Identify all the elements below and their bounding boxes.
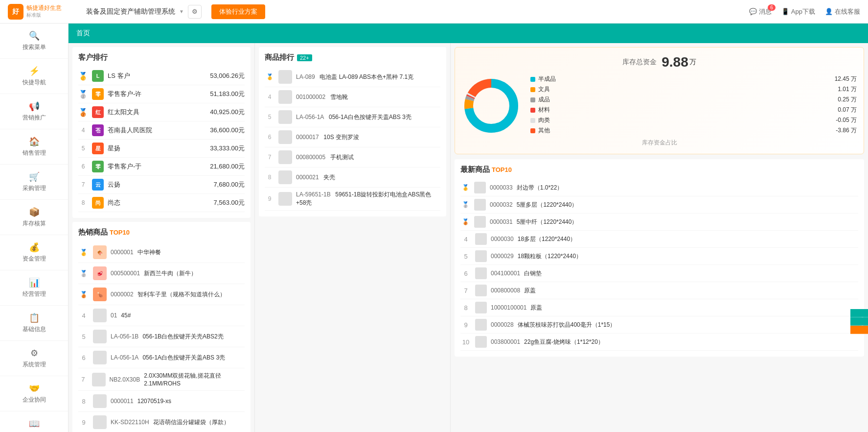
dropdown-arrow-icon[interactable]: ▼ <box>179 9 184 14</box>
chart-container: 半成品 12.45 万 文具 1.01 万 成品 0.25 万 <box>462 75 857 137</box>
logo-area: 好 畅捷通好生意 标准版 <box>8 4 76 20</box>
new-prod-img <box>474 199 486 211</box>
prod-item: 6 0000017 10S 变刑罗浚 <box>265 127 440 147</box>
customer-rank-title: 客户排行 <box>78 53 108 61</box>
sidebar-item-marketing[interactable]: 📢 营销推广 <box>0 94 68 129</box>
float-btn-live[interactable]: 直播 <box>850 326 868 334</box>
prod-img <box>92 373 106 386</box>
prod-rank: 9 <box>265 195 274 202</box>
legend-item: 半成品 12.45 万 <box>530 75 857 83</box>
mid-panel: 商品排行 22+ 🥇 LA-089 电池盖 LA-089 ABS本色+黑种 7.… <box>254 43 450 432</box>
sidebar-item-marketing-label: 营销推广 <box>23 114 46 122</box>
sidebar-item-system[interactable]: ⚙ 系统管理 <box>0 341 68 376</box>
prod-name: 2.0X30MM双搓花轴,搓花直径2.1MM/ROHS <box>144 372 245 387</box>
logo-text: 畅捷通好生意 <box>26 4 62 12</box>
new-prod-name: 18多层（1220*2440） <box>518 235 576 243</box>
new-prod-name: 22g鱼豆腐-烧烤味（1*12*20） <box>524 338 604 346</box>
prod-img <box>278 130 292 144</box>
float-btn-service[interactable]: 客服热线 <box>850 309 868 317</box>
sidebar-item-finance[interactable]: 💰 资金管理 <box>0 235 68 270</box>
sidebar-item-operations[interactable]: 📊 经营管理 <box>0 270 68 306</box>
prod-img <box>278 90 292 104</box>
sidebar-item-inventory[interactable]: 📦 库存核算 <box>0 200 68 235</box>
hot-prod-item: 7 NB2.0X30B 2.0X30MM双搓花轴,搓花直径2.1MM/ROHS <box>78 368 245 391</box>
customer-amount: 7,680.00元 <box>213 180 245 189</box>
sidebar-item-basics[interactable]: 📋 基础信息 <box>0 306 68 341</box>
sidebar-item-sales-label: 销售管理 <box>23 149 46 157</box>
new-prod-info: 000800008 原盖 <box>491 287 858 295</box>
new-prod-img <box>475 319 487 331</box>
rank-item: 🥇 L LS 客户 53,006.26元 <box>78 67 245 85</box>
inventory-subtitle: 库存资金占比 <box>462 139 857 147</box>
content-area: 客户排行 🥇 L LS 客户 53,006.26元 🥈 零 零售客户-许 51,… <box>69 43 868 432</box>
legend-dot <box>530 108 535 113</box>
main-content: 首页 客户排行 🥇 L LS 客户 53,006.26元 🥈 <box>69 24 868 432</box>
inventory-amount: 9.88 <box>662 54 688 70</box>
basics-icon: 📋 <box>29 312 40 323</box>
trial-button[interactable]: 体验行业方案 <box>211 4 265 19</box>
prod-info: 0000017 10S 变刑罗浚 <box>296 133 440 142</box>
product-rank-badge: 22+ <box>297 54 312 61</box>
legend-item: 文具 1.01 万 <box>530 85 857 94</box>
new-prod-info: 004100001 白钢垫 <box>491 269 858 278</box>
hot-prod-item: 🥇 🍖 0000001 中华神餐 <box>78 242 245 263</box>
legend-dot <box>530 77 535 82</box>
prod-item: 9 LA-59651-1B 59651-1B旋转投影灯电池盒ABS黑色+58壳 <box>265 188 440 211</box>
gear-button[interactable]: ⚙ <box>188 5 202 19</box>
new-prod-info: 003800001 22g鱼豆腐-烧烤味（1*12*20） <box>491 338 858 346</box>
hot-products-title: 热销商品 <box>78 228 108 237</box>
prod-code: LA-056-1A <box>111 354 138 361</box>
message-icon[interactable]: 💬 消息 6 <box>749 7 772 16</box>
prod-code: 0000001 <box>111 249 134 256</box>
inventory-card: 库存总资金 9.88 万 <box>455 47 864 154</box>
sidebar-item-search[interactable]: 🔍 搜索菜单 <box>0 24 68 59</box>
prod-rank: 7 <box>265 154 274 161</box>
sidebar-item-system-label: 系统管理 <box>23 360 46 369</box>
new-prod-item: 🥈 0000032 5厘多层（1220*2440） <box>460 196 858 214</box>
page-tab-label: 首页 <box>76 29 90 38</box>
new-prod-info: 0000028 体械茨枝味苏打饮品400毫升（1*15） <box>491 321 858 329</box>
rank-item: 6 零 零售客户-于 21,680.00元 <box>78 158 245 176</box>
prod-code: 01 <box>111 312 117 319</box>
new-prod-img <box>475 250 487 262</box>
sidebar-item-collab[interactable]: 🤝 企业协同 <box>0 376 68 411</box>
online-service-icon[interactable]: 👤 在线客服 <box>825 7 860 16</box>
marketing-icon: 📢 <box>29 101 40 112</box>
sidebar-item-guide[interactable]: 📖 新手引导 <box>0 411 68 432</box>
prod-name: 45# <box>121 312 131 319</box>
prod-name: 智利车子里（规格不知道填什么） <box>137 290 226 299</box>
customer-amount: 40,925.00元 <box>210 108 245 117</box>
sidebar-item-quicknav[interactable]: ⚡ 快捷导航 <box>0 59 68 94</box>
prod-code: 000500001 <box>111 270 140 277</box>
new-prod-name: 封边带（1.0*22） <box>517 184 563 192</box>
rank-item: 🥉 红 红太阳文具 40,925.00元 <box>78 103 245 121</box>
prod-img: 🥩 <box>93 266 107 280</box>
prod-name: 056-1B白色按键开关壳ABS2壳 <box>142 333 223 341</box>
new-prod-item: 4 0000030 18多层（1220*2440） <box>460 231 858 248</box>
chart-legend: 半成品 12.45 万 文具 1.01 万 成品 0.25 万 <box>530 75 857 137</box>
customer-avatar: 星 <box>92 143 104 154</box>
topbar-right: 💬 消息 6 📱 App下载 👤 在线客服 <box>749 7 860 16</box>
donut-chart <box>462 76 521 135</box>
hot-prod-item: 🥈 🥩 000500001 新西兰牛肉（新牛） <box>78 263 245 284</box>
float-btn-community[interactable]: 服务社区 <box>850 317 868 326</box>
prod-item: 4 001000002 雪地靴 <box>265 87 440 107</box>
new-prod-img <box>474 216 486 228</box>
customer-amount: 53,006.26元 <box>210 72 245 80</box>
inventory-title: 库存总资金 <box>622 58 657 67</box>
prod-img <box>93 351 107 364</box>
legend-item: 其他 -3.86 万 <box>530 126 857 135</box>
prod-img: 🍗 <box>93 288 107 301</box>
app-download-icon[interactable]: 📱 App下载 <box>781 7 815 16</box>
legend-value: 1.01 万 <box>838 85 857 94</box>
new-prod-name: 白钢垫 <box>524 269 542 278</box>
prod-code: 0000002 <box>111 291 134 298</box>
sidebar-item-sales[interactable]: 🏠 销售管理 <box>0 129 68 165</box>
logo-icon: 好 <box>8 4 23 20</box>
legend-value: -0.05 万 <box>836 116 857 124</box>
sidebar-item-purchase-label: 采购管理 <box>23 184 46 192</box>
new-prod-item: 10 003800001 22g鱼豆腐-烧烤味（1*12*20） <box>460 334 858 351</box>
sidebar-item-purchase[interactable]: 🛒 采购管理 <box>0 165 68 200</box>
legend-name: 文具 <box>538 85 835 94</box>
prod-info: LA-056-1A 056-1A白色按键开关盖ABS 3壳 <box>296 113 440 121</box>
